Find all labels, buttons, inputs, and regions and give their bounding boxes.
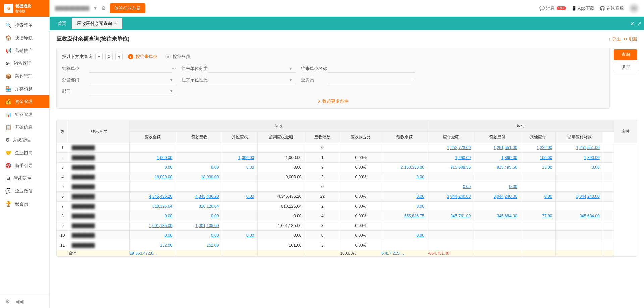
nature-chevron-icon[interactable]: ▼: [289, 78, 293, 82]
sidebar-item-purchase[interactable]: 📦 采购管理: [0, 70, 49, 83]
table-cell[interactable]: 1,000.00: [129, 153, 176, 163]
table-cell[interactable]: 3,044,240.00: [556, 192, 603, 202]
table-cell[interactable]: 0.00: [381, 231, 428, 240]
table-cell[interactable]: 915,508.56: [428, 163, 474, 172]
table-cell[interactable]: 1,222.00: [521, 143, 556, 153]
table-cell[interactable]: 0.00: [129, 211, 176, 221]
settlement-input[interactable]: [89, 64, 172, 73]
tab-expand-btn[interactable]: ⤢: [637, 20, 641, 27]
table-cell[interactable]: 0.00: [222, 163, 258, 172]
settlement-dots-icon[interactable]: ···: [172, 65, 176, 72]
table-cell[interactable]: 3,044,240.00: [474, 192, 521, 202]
filter-add-btn[interactable]: +: [95, 53, 103, 60]
sidebar-item-funds[interactable]: 💰 资金管理: [0, 95, 49, 108]
scheme-option-partner[interactable]: ● 按往来单位: [125, 52, 160, 61]
table-cell[interactable]: 0.00: [176, 163, 222, 172]
dept-select[interactable]: ▼: [89, 76, 176, 84]
scheme-option-salesman[interactable]: ○ 按业务员: [163, 52, 193, 61]
sidebar-item-hardware[interactable]: 🖥 智能硬件: [0, 172, 49, 185]
table-cell[interactable]: 0.00: [381, 202, 428, 211]
set-button[interactable]: 设置: [614, 62, 637, 73]
table-cell[interactable]: 810,126.64: [176, 202, 222, 211]
table-cell[interactable]: 1,490.00: [428, 153, 474, 163]
table-cell[interactable]: 655,636.75: [381, 211, 428, 221]
filter-settings-btn[interactable]: ⚙: [105, 53, 113, 60]
sidebar-item-marketing[interactable]: 📢 营销推广: [0, 44, 49, 57]
table-cell[interactable]: 810,126.64: [129, 202, 176, 211]
table-cell[interactable]: 77.00: [521, 211, 556, 221]
table-cell[interactable]: 1,251,551.00: [556, 143, 603, 153]
table-cell[interactable]: 0.00: [129, 231, 176, 240]
notification-btn[interactable]: 💬 消息 99+: [539, 5, 566, 11]
tab-close-window-btn[interactable]: ✕: [630, 20, 634, 27]
cta-button[interactable]: 体验行业方案: [110, 3, 145, 13]
filter-arrow-btn[interactable]: «: [115, 53, 123, 60]
category-select[interactable]: ▼: [208, 65, 296, 73]
customer-service-btn[interactable]: 🎧 在线客服: [600, 5, 624, 11]
sidebar-item-enterprise[interactable]: 🤝 企业协同: [0, 146, 49, 159]
table-cell[interactable]: 1,390.00: [474, 153, 521, 163]
table-cell[interactable]: 345,684.00: [556, 211, 603, 221]
sidebar-item-inventory[interactable]: 🏪 库存核算: [0, 83, 49, 95]
depart-select[interactable]: ▼: [89, 87, 176, 95]
table-cell[interactable]: 0.00: [176, 211, 222, 221]
app-download-btn[interactable]: 📱 App下载: [571, 5, 594, 11]
table-cell[interactable]: 1,001,135.00: [176, 221, 222, 231]
table-cell[interactable]: 4,345,436.20: [176, 192, 222, 202]
sidebar-item-sales[interactable]: 🛍 销售管理: [0, 57, 49, 70]
table-cell[interactable]: 152.00: [129, 240, 176, 250]
sidebar-item-system[interactable]: ⚙ 系统管理: [0, 134, 49, 146]
table-cell[interactable]: 4,345,436.20: [129, 192, 176, 202]
salesman-input[interactable]: [328, 76, 411, 84]
refresh-button[interactable]: ↻ 刷新: [624, 36, 637, 42]
sidebar-item-wechat[interactable]: 💬 企业微信: [0, 185, 49, 197]
table-cell[interactable]: 3,044,240.00: [428, 192, 474, 202]
collapse-filter-btn[interactable]: ∧ 收起更多条件: [62, 98, 604, 104]
table-cell[interactable]: 152.00: [176, 240, 222, 250]
table-cell[interactable]: 1,252,773.00: [428, 143, 474, 153]
table-cell[interactable]: 1,390.00: [556, 153, 603, 163]
depart-chevron-icon[interactable]: ▼: [169, 89, 173, 93]
table-cell[interactable]: 0.00: [222, 231, 258, 240]
sidebar-settings-btn[interactable]: ⚙: [5, 298, 10, 305]
dropdown-icon[interactable]: ▼: [93, 6, 97, 11]
user-avatar[interactable]: Rit: [629, 4, 639, 13]
table-cell[interactable]: 0.00: [222, 192, 258, 202]
table-cell[interactable]: 0.00: [474, 182, 521, 192]
table-cell[interactable]: 100.00: [521, 153, 556, 163]
sidebar-item-basic[interactable]: 📋 基础信息: [0, 121, 49, 134]
gear-btn[interactable]: ⚙: [101, 5, 106, 11]
table-cell[interactable]: 0.00: [556, 163, 603, 172]
table-cell[interactable]: 2,153,333.00: [381, 163, 428, 172]
nature-select[interactable]: ▼: [208, 76, 296, 84]
table-cell[interactable]: 345,761.00: [428, 211, 474, 221]
export-button[interactable]: ↑ 导出: [609, 36, 621, 42]
table-cell[interactable]: 18,000.00: [176, 172, 222, 182]
sidebar-item-guide[interactable]: 🎯 新手引导: [0, 159, 49, 172]
table-settings-icon[interactable]: ⚙: [60, 129, 65, 134]
table-cell[interactable]: 13.00: [521, 163, 556, 172]
table-cell[interactable]: 915,495.56: [474, 163, 521, 172]
sidebar-item-quicknav[interactable]: 🏠 快捷导航: [0, 32, 49, 44]
table-cell[interactable]: 1,000.00: [222, 153, 258, 163]
table-cell[interactable]: 0.00: [129, 163, 176, 172]
table-cell[interactable]: 345,684.00: [474, 211, 521, 221]
salesman-dots-icon[interactable]: ···: [411, 77, 415, 83]
category-chevron-icon[interactable]: ▼: [289, 66, 293, 71]
table-cell[interactable]: 1,001,135.00: [129, 221, 176, 231]
table-cell[interactable]: 0.00: [176, 231, 222, 240]
sidebar-item-member[interactable]: 🏆 畅会员: [0, 197, 49, 210]
sidebar-item-operations[interactable]: 📊 经营管理: [0, 108, 49, 121]
tab-close-icon[interactable]: ×: [115, 21, 117, 26]
table-cell[interactable]: 1,251,551.00: [474, 143, 521, 153]
table-cell[interactable]: 0.00: [521, 192, 556, 202]
query-button[interactable]: 查询: [614, 49, 637, 60]
dept-chevron-icon[interactable]: ▼: [169, 78, 173, 82]
table-cell[interactable]: 0.00: [381, 192, 428, 202]
sidebar-collapse-btn[interactable]: ◀◀: [15, 298, 23, 305]
table-cell[interactable]: 18,000.00: [129, 172, 176, 182]
tab-home[interactable]: 首页: [52, 18, 72, 29]
table-cell[interactable]: 0.00: [428, 182, 474, 192]
th-settings[interactable]: ⚙: [57, 120, 68, 143]
name-input[interactable]: [328, 64, 415, 73]
